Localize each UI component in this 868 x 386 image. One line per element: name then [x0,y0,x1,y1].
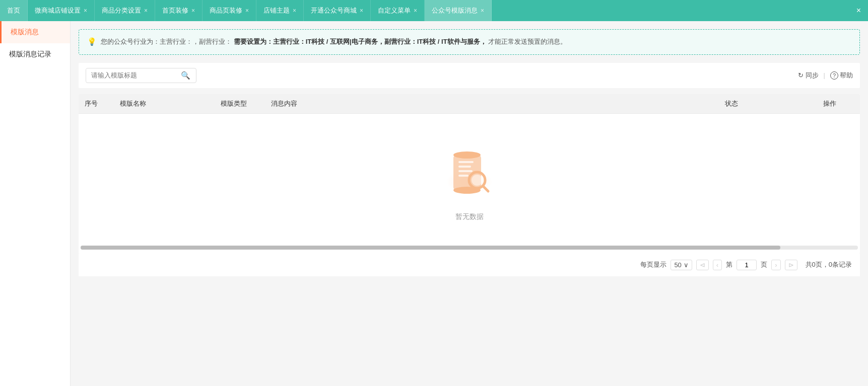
table-header: 序号 模版名称 模版类型 消息内容 状态 操作 [79,94,860,114]
first-page-button[interactable]: ⊲ [696,260,709,270]
svg-point-2 [453,151,481,159]
page-keyword: 第 [726,260,732,269]
page-size-value: 50 [674,261,681,269]
sidebar: 模版消息 模版消息记录 [0,21,71,386]
table-wrapper: 序号 模版名称 模版类型 消息内容 状态 操作 [79,94,860,254]
page-total: 共0页，0条记录 [806,260,852,269]
search-bar: 🔍 ↻ 同步 | ? 帮助 [79,63,860,88]
col-seq: 序号 [79,94,114,113]
pagination: 每页显示 50 ∨ ⊲ ‹ 第 页 › ⊳ 共0页，0条记录 [79,254,860,276]
main-layout: 模版消息 模版消息记录 💡 您的公众号行业为：主营行业：，副营行业： 需要设置为… [0,21,868,386]
col-action: 操作 [799,94,860,113]
tab-product-decor[interactable]: 商品页装修 × [203,0,256,21]
next-page-button[interactable]: › [771,260,780,270]
empty-state: 暂无数据 [79,114,860,242]
empty-illustration [439,144,500,204]
tab-custom-menu[interactable]: 自定义菜单 × [371,0,425,21]
close-icon[interactable]: × [245,7,249,14]
notice-box: 💡 您的公众号行业为：主营行业：，副营行业： 需要设置为：主营行业：IT科技 /… [79,29,860,55]
tab-category-settings[interactable]: 商品分类设置 × [95,0,155,21]
col-type: 模版类型 [215,94,265,113]
svg-rect-5 [458,166,471,168]
search-icon: 🔍 [181,71,190,80]
notice-icon: 💡 [87,37,97,46]
scroll-thumb[interactable] [81,246,780,250]
tab-template-msg[interactable]: 公众号模版消息 × [425,0,492,21]
content-area: 💡 您的公众号行业为：主营行业：，副营行业： 需要设置为：主营行业：IT科技 /… [71,21,868,386]
last-page-button[interactable]: ⊳ [785,260,797,270]
svg-rect-6 [458,170,473,172]
tab-store-theme[interactable]: 店铺主题 × [256,0,304,21]
close-icon[interactable]: × [293,7,296,14]
sidebar-item-template-msg[interactable]: 模版消息 [0,21,70,43]
notice-text: 您的公众号行业为：主营行业：，副营行业： 需要设置为：主营行业：IT科技 / 互… [101,37,567,47]
chevron-down-icon: ∨ [684,261,689,269]
col-name: 模版名称 [114,94,215,113]
sync-button[interactable]: ↻ 同步 [798,71,819,80]
sidebar-item-template-msg-log[interactable]: 模版消息记录 [0,43,70,65]
empty-text: 暂无数据 [455,212,484,221]
close-icon[interactable]: × [191,7,195,14]
tab-home-decor[interactable]: 首页装修 × [155,0,203,21]
page-unit: 页 [761,260,767,269]
page-size-select[interactable]: 50 ∨ [671,260,692,270]
tab-shop-settings[interactable]: 微商城店铺设置 × [28,0,95,21]
svg-rect-4 [458,161,474,163]
help-button[interactable]: ? 帮助 [830,71,853,80]
col-status: 状态 [719,94,799,113]
tab-open-mall[interactable]: 开通公众号商城 × [304,0,371,21]
close-icon[interactable]: × [360,7,363,14]
search-input-wrapper: 🔍 [86,68,196,83]
close-icon[interactable]: × [84,7,87,14]
search-actions: ↻ 同步 | ? 帮助 [798,71,853,80]
svg-rect-7 [458,175,469,177]
divider: | [824,71,825,79]
search-button[interactable]: 🔍 [177,68,194,83]
close-all-icon: × [856,6,861,15]
close-all-button[interactable]: × [849,0,868,21]
page-number-input[interactable] [737,260,757,270]
col-content: 消息内容 [265,94,719,113]
svg-point-9 [472,175,483,186]
close-icon[interactable]: × [144,7,148,14]
search-input[interactable] [86,69,177,82]
close-icon[interactable]: × [481,7,484,14]
help-icon: ? [830,71,838,80]
sync-icon: ↻ [798,71,804,79]
prev-page-button[interactable]: ‹ [713,260,722,270]
page-size-label: 每页显示 [640,260,666,269]
tab-home[interactable]: 首页 [0,0,28,21]
horizontal-scrollbar[interactable] [81,246,858,250]
close-icon[interactable]: × [414,7,417,14]
top-nav: 首页 微商城店铺设置 × 商品分类设置 × 首页装修 × 商品页装修 × 店铺主… [0,0,868,21]
